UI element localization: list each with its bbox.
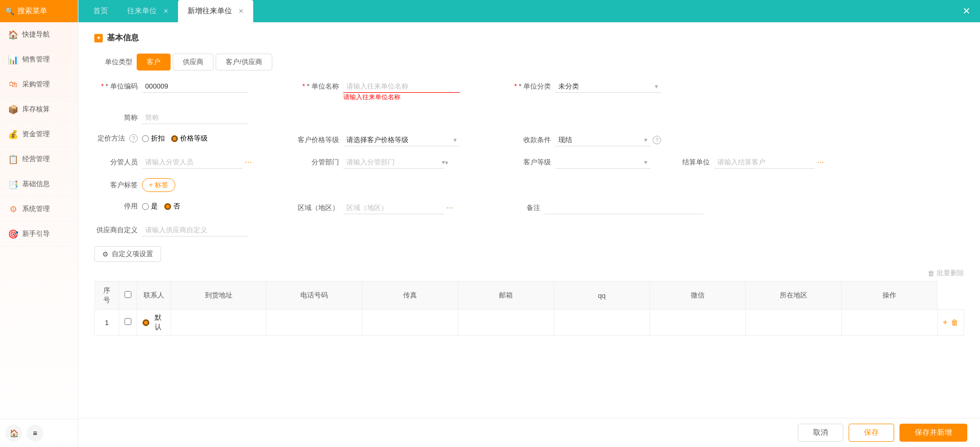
home-bottom-icon[interactable]: 🏠 [5,425,22,442]
unit-type-label: 单位类型 [94,57,137,67]
sidebar-item-system[interactable]: ⚙ 系统管理 [0,197,78,222]
row-cell-3[interactable] [171,310,266,336]
row-cell-5[interactable] [362,310,458,336]
section-title-icon: ✦ [94,34,103,42]
short-name-input[interactable] [142,111,248,124]
save-button[interactable]: 保存 [849,424,894,442]
sidebar-item-operations[interactable]: 📋 经营管理 [0,147,78,172]
discount-radio-label[interactable]: 折扣 [142,134,165,143]
customer-price-level-select[interactable]: 请选择客户价格等级 [343,134,460,146]
disable-yes-radio[interactable] [142,203,149,210]
payment-terms-label: 收款条件 [507,135,555,145]
search-menu-button[interactable]: 🔍 搜索菜单 [0,0,78,22]
expand-icon[interactable]: ≡ [26,425,43,442]
pricing-help-icon[interactable]: ? [129,134,138,143]
manager-input[interactable] [142,156,243,169]
sidebar-item-inventory[interactable]: 📦 库存核算 [0,97,78,122]
row-cell-9[interactable] [745,310,841,336]
row-add-button[interactable]: + [943,318,948,327]
settings-gear-icon: ⚙ [102,250,109,258]
disable-no-radio[interactable] [164,203,171,210]
unit-type-supplier-button[interactable]: 供应商 [173,54,213,71]
department-input[interactable] [343,156,444,169]
customer-level-select-wrap[interactable] [555,156,651,169]
code-name-category-row: * * 单位编码 * * 单位名称 请输入往来单位名称 * * 单位分类 未分类 [94,80,964,102]
row-cell-4[interactable] [266,310,362,336]
payment-terms-select[interactable]: 现结 [555,134,651,146]
sidebar-item-purchase[interactable]: 🛍 采购管理 [0,72,78,97]
inventory-icon: 📦 [8,104,18,114]
unit-type-customer-button[interactable]: 客户 [137,54,171,71]
row-default-radio[interactable] [142,319,149,326]
customer-level-select[interactable] [555,156,651,169]
row-input-3[interactable] [176,319,261,327]
unit-category-select[interactable]: 未分类 [555,80,661,93]
quick-nav-icon: 🏠 [8,30,18,39]
row-input-10[interactable] [847,319,932,327]
batch-delete-label[interactable]: 批量删除 [937,268,964,278]
row-cell-10[interactable] [841,310,937,336]
supplier-custom-input[interactable] [142,224,248,236]
close-tab-partner[interactable]: ✕ [163,7,168,15]
customer-price-level-select-wrap[interactable]: 请选择客户价格等级 [343,134,460,146]
settlement-more-button[interactable]: ··· [815,157,826,167]
row-input-9[interactable] [751,319,836,327]
discount-radio[interactable] [142,135,149,142]
tab-home[interactable]: 首页 [84,0,118,22]
sidebar-item-finance[interactable]: 💰 资金管理 [0,122,78,147]
sidebar-item-quick-nav[interactable]: 🏠 快捷导航 [0,22,78,47]
disable-yes-label[interactable]: 是 [142,201,158,211]
sidebar-item-newbie[interactable]: 🎯 新手引导 [0,222,78,247]
row-input-5[interactable] [368,319,452,327]
tab-new-partner[interactable]: 新增往来单位✕ [178,0,253,22]
unit-type-both-button[interactable]: 客户/供应商 [216,54,272,71]
close-all-tabs-button[interactable]: ✕ [958,5,975,17]
custom-settings-button[interactable]: ⚙ 自定义项设置 [94,246,161,262]
row-input-6[interactable] [464,319,548,327]
row-checkbox-cell [119,310,137,336]
add-tag-button[interactable]: + 标签 [142,178,175,192]
settlement-label: 结算单位 [677,157,714,167]
unit-type-row: 单位类型 客户供应商客户/供应商 [94,54,964,71]
select-all-checkbox[interactable] [124,291,131,298]
remark-input[interactable] [545,201,703,214]
grade-radio-label[interactable]: 价格等级 [171,134,208,143]
settlement-input[interactable] [714,156,815,169]
row-cell-7[interactable] [554,310,650,336]
region-input[interactable] [343,201,444,214]
row-input-4[interactable] [272,319,357,327]
purchase-icon: 🛍 [8,80,18,89]
cancel-button[interactable]: 取消 [798,424,843,442]
manager-field: 分管人员 ··· [94,156,296,169]
row-checkbox[interactable] [124,318,131,325]
unit-code-input[interactable] [142,80,248,93]
row-delete-button[interactable]: 🗑 [951,318,958,327]
tab-partner[interactable]: 往来单位✕ [118,0,178,22]
sidebar-item-basic[interactable]: 📑 基础信息 [0,172,78,197]
save-new-button[interactable]: 保存并新增 [899,424,967,442]
batch-delete-icon: 🗑 [928,269,934,277]
row-default-label[interactable]: 默认 [142,313,165,332]
region-more-button[interactable]: ··· [444,203,455,213]
payment-terms-select-wrap[interactable]: 现结 [555,134,651,146]
row-cell-6[interactable] [458,310,554,336]
grade-radio[interactable] [171,135,178,142]
payment-help-icon[interactable]: ? [653,136,661,144]
sidebar-label-basic: 基础信息 [22,179,50,189]
close-tab-new-partner[interactable]: ✕ [238,7,244,15]
row-input-8[interactable] [655,319,740,327]
department-select-arrow[interactable]: ▾ [444,159,448,166]
unit-category-select-wrap[interactable]: 未分类 [555,80,661,93]
pricing-method-field: 定价方法 ? 折扣 价格等级 [94,134,296,143]
row-input-7[interactable] [559,319,644,327]
supplier-custom-field: 供应商自定义 [94,224,964,236]
disable-no-label[interactable]: 否 [164,201,180,211]
row-ops-cell: +🗑 [937,310,964,336]
contact-table: 序号联系人到货地址电话号码传真邮箱qq微信所在地区操作1默认+🗑 [94,281,964,336]
manager-more-button[interactable]: ··· [243,157,254,167]
supplier-custom-row: 供应商自定义 [94,224,964,236]
row-cell-8[interactable] [650,310,746,336]
unit-name-input[interactable] [343,80,460,93]
sidebar-item-sales[interactable]: 📊 销售管理 [0,47,78,72]
form-content: ✦ 基本信息 单位类型 客户供应商客户/供应商 * * 单位编码 * * 单位名… [78,22,980,418]
